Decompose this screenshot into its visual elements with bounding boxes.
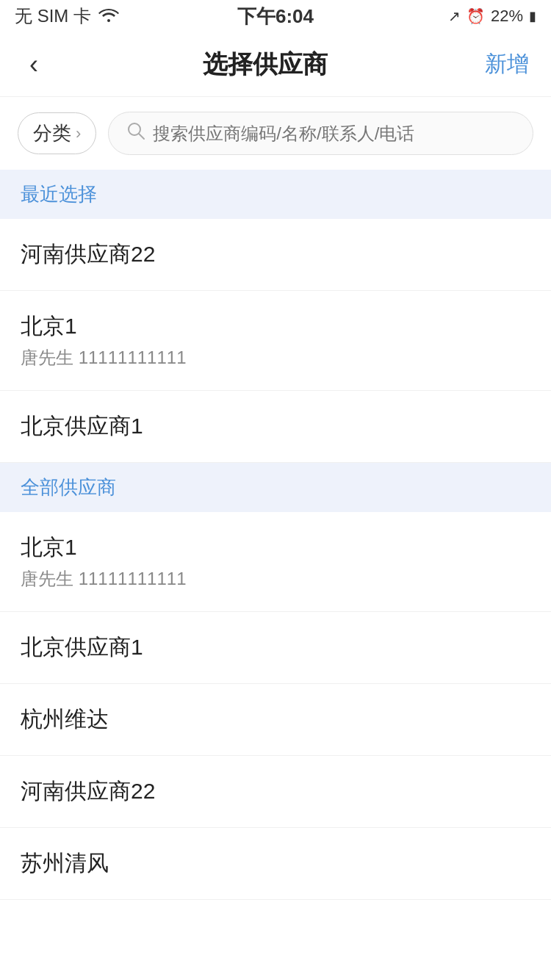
item-contact: 唐先生 11111111111 bbox=[21, 346, 530, 370]
all-section-label: 全部供应商 bbox=[21, 476, 116, 498]
item-name: 苏州清风 bbox=[21, 849, 530, 879]
carrier-label: 无 SIM 卡 bbox=[15, 4, 91, 28]
all-list-item[interactable]: 苏州清风 bbox=[0, 828, 551, 900]
page-title: 选择供应商 bbox=[203, 48, 328, 82]
search-input[interactable] bbox=[153, 123, 515, 144]
recent-section-label: 最近选择 bbox=[21, 183, 97, 205]
item-name: 北京1 bbox=[21, 533, 530, 563]
recent-section-header: 最近选择 bbox=[0, 170, 551, 219]
svg-line-1 bbox=[139, 134, 144, 139]
search-box bbox=[108, 112, 533, 155]
item-name: 北京供应商1 bbox=[21, 411, 530, 442]
nav-bar: ‹ 选择供应商 新增 bbox=[0, 32, 551, 97]
battery-icon: ▮ bbox=[529, 8, 536, 24]
status-time: 下午6:04 bbox=[237, 4, 314, 29]
battery-label: 22% bbox=[491, 7, 523, 26]
all-list-item[interactable]: 杭州维达 bbox=[0, 684, 551, 756]
recent-list-item[interactable]: 北京1 唐先生 11111111111 bbox=[0, 291, 551, 391]
item-name: 河南供应商22 bbox=[21, 239, 530, 270]
all-section-header: 全部供应商 bbox=[0, 463, 551, 512]
location-icon: ↗ bbox=[448, 7, 461, 25]
category-button[interactable]: 分类 › bbox=[18, 112, 96, 154]
all-list-item[interactable]: 河南供应商22 bbox=[0, 756, 551, 828]
category-label: 分类 bbox=[33, 120, 71, 146]
recent-list-item[interactable]: 河南供应商22 bbox=[0, 219, 551, 291]
item-name: 北京供应商1 bbox=[21, 633, 530, 663]
all-list-item[interactable]: 北京供应商1 bbox=[0, 612, 551, 684]
recent-items-list: 河南供应商22 北京1 唐先生 11111111111 北京供应商1 bbox=[0, 219, 551, 463]
item-name: 河南供应商22 bbox=[21, 777, 530, 807]
item-name: 杭州维达 bbox=[21, 705, 530, 735]
alarm-icon: ⏰ bbox=[467, 7, 485, 25]
status-bar: 无 SIM 卡 下午6:04 ↗ ⏰ 22% ▮ bbox=[0, 0, 551, 32]
all-list-item[interactable]: 北京1 唐先生 11111111111 bbox=[0, 512, 551, 612]
recent-list-item[interactable]: 北京供应商1 bbox=[0, 391, 551, 463]
item-contact: 唐先生 11111111111 bbox=[21, 567, 530, 591]
all-items-list: 北京1 唐先生 11111111111 北京供应商1 杭州维达 河南供应商22 … bbox=[0, 512, 551, 900]
search-icon bbox=[126, 121, 145, 145]
chevron-right-icon: › bbox=[76, 124, 81, 143]
status-left: 无 SIM 卡 bbox=[15, 4, 119, 28]
wifi-icon bbox=[98, 6, 119, 26]
status-right: ↗ ⏰ 22% ▮ bbox=[448, 7, 536, 26]
back-button[interactable]: ‹ bbox=[22, 42, 46, 87]
new-button[interactable]: 新增 bbox=[485, 49, 529, 79]
item-name: 北京1 bbox=[21, 311, 530, 342]
filter-bar: 分类 › bbox=[0, 97, 551, 170]
